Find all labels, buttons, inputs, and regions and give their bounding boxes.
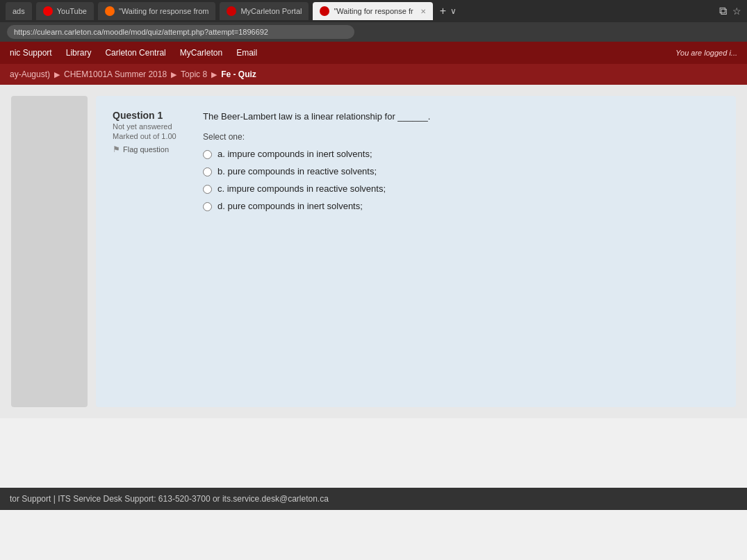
tab-list-chevron-icon[interactable]: ∨ xyxy=(450,6,457,16)
nav-carleton-central[interactable]: Carleton Central xyxy=(105,48,165,58)
nav-bar: nic Support Library Carleton Central MyC… xyxy=(0,42,747,64)
tab-mycarleton[interactable]: MyCarleton Portal xyxy=(220,2,309,20)
tab-waiting2[interactable]: "Waiting for response fr ✕ xyxy=(313,2,432,20)
breadcrumb-topic[interactable]: Topic 8 xyxy=(181,69,207,79)
tab-youtube[interactable]: YouTube xyxy=(36,2,94,20)
question-meta: Question 1 Not yet answered Marked out o… xyxy=(113,110,189,218)
tab-mycarleton-label: MyCarleton Portal xyxy=(240,7,302,15)
window-restore-icon[interactable]: ⧉ xyxy=(719,5,727,17)
question-text: The Beer-Lambert law is a linear relatio… xyxy=(203,110,719,124)
nav-email[interactable]: Email xyxy=(236,48,257,58)
question-layout: Question 1 Not yet answered Marked out o… xyxy=(113,110,719,218)
footer-text: tor Support | ITS Service Desk Support: … xyxy=(10,494,329,504)
tab-youtube-label: YouTube xyxy=(57,7,87,15)
logged-in-text: You are logged i... xyxy=(675,49,737,57)
nav-mycarleton[interactable]: MyCarleton xyxy=(180,48,222,58)
tab-ads-label: ads xyxy=(13,7,25,15)
radio-a[interactable] xyxy=(203,150,212,159)
nav-library[interactable]: Library xyxy=(66,48,92,58)
waiting2-icon xyxy=(320,6,329,16)
nav-links: nic Support Library Carleton Central MyC… xyxy=(10,48,257,58)
tab-ads[interactable]: ads xyxy=(6,2,32,20)
option-a[interactable]: a. impure compounds in inert solvents; xyxy=(203,149,719,159)
flag-question-button[interactable]: ⚑ Flag question xyxy=(113,145,189,154)
radio-d[interactable] xyxy=(203,202,212,211)
breadcrumb-current[interactable]: Fe - Quiz xyxy=(221,69,256,79)
option-b-label: b. pure compounds in reactive solvents; xyxy=(217,166,377,176)
question-status: Not yet answered xyxy=(113,122,189,131)
option-d-label: d. pure compounds in inert solvents; xyxy=(217,201,363,211)
youtube-icon xyxy=(43,6,53,16)
waiting1-icon xyxy=(105,6,115,16)
address-input[interactable] xyxy=(7,25,354,39)
option-c-label: c. impure compounds in reactive solvents… xyxy=(217,183,386,194)
footer: tor Support | ITS Service Desk Support: … xyxy=(0,488,747,510)
flag-icon: ⚑ xyxy=(113,145,120,154)
sidebar xyxy=(11,96,88,407)
nav-nic-support[interactable]: nic Support xyxy=(10,48,52,58)
tab-waiting2-label: "Waiting for response fr xyxy=(334,7,413,15)
browser-chrome: ads YouTube "Waiting for response from M… xyxy=(0,0,747,22)
tab-close-icon[interactable]: ✕ xyxy=(420,8,426,15)
radio-c[interactable] xyxy=(203,185,212,194)
select-one-label: Select one: xyxy=(203,132,719,142)
main-content: Question 1 Not yet answered Marked out o… xyxy=(0,85,747,418)
breadcrumb-arrow-2: ▶ xyxy=(171,70,177,79)
option-b[interactable]: b. pure compounds in reactive solvents; xyxy=(203,166,719,176)
option-d[interactable]: d. pure compounds in inert solvents; xyxy=(203,201,719,211)
address-bar xyxy=(0,22,747,42)
breadcrumb-course[interactable]: CHEM1001A Summer 2018 xyxy=(64,69,167,79)
mycarleton-icon xyxy=(227,6,236,16)
question-title: Question 1 xyxy=(113,110,189,121)
new-tab-button[interactable]: + xyxy=(440,5,446,17)
question-panel: Question 1 Not yet answered Marked out o… xyxy=(96,96,736,407)
radio-b[interactable] xyxy=(203,167,212,176)
option-c[interactable]: c. impure compounds in reactive solvents… xyxy=(203,183,719,194)
option-a-label: a. impure compounds in inert solvents; xyxy=(217,149,372,159)
tab-waiting1-label: "Waiting for response from xyxy=(119,7,208,15)
star-icon[interactable]: ☆ xyxy=(732,6,741,17)
flag-question-label: Flag question xyxy=(123,145,169,154)
question-content: The Beer-Lambert law is a linear relatio… xyxy=(203,110,719,218)
tab-waiting1[interactable]: "Waiting for response from xyxy=(98,2,215,20)
breadcrumb-arrow-3: ▶ xyxy=(211,70,217,79)
breadcrumb-arrow-1: ▶ xyxy=(54,70,60,79)
question-mark: Marked out of 1.00 xyxy=(113,132,189,140)
breadcrumb-home[interactable]: ay-August) xyxy=(10,69,50,79)
breadcrumb: ay-August) ▶ CHEM1001A Summer 2018 ▶ Top… xyxy=(0,64,747,85)
bottom-area xyxy=(0,418,747,488)
